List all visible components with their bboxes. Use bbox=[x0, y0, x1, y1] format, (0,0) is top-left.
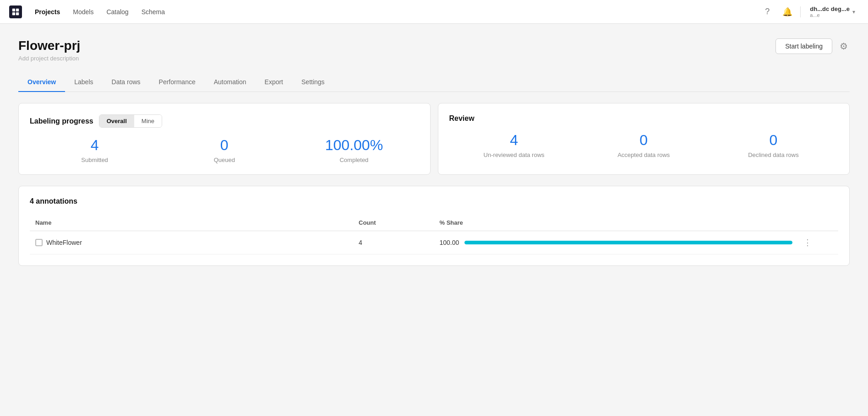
review-title: Review bbox=[449, 114, 839, 123]
review-stat-accepted: 0 Accepted data rows bbox=[579, 132, 709, 158]
lp-submitted-label: Submitted bbox=[30, 157, 159, 163]
nav-schema[interactable]: Schema bbox=[136, 5, 170, 18]
review-unreviewed-label: Un-reviewed data rows bbox=[449, 151, 579, 158]
col-header-share: % Share bbox=[434, 215, 798, 231]
review-unreviewed-value: 4 bbox=[449, 132, 579, 149]
tabs: Overview Labels Data rows Performance Au… bbox=[18, 73, 850, 92]
progress-bar-bg bbox=[464, 241, 792, 244]
project-title: Flower-prj bbox=[18, 38, 80, 53]
start-labeling-button[interactable]: Start labeling bbox=[775, 38, 832, 54]
user-sub: a...e bbox=[810, 12, 850, 18]
row-count: 4 bbox=[353, 231, 434, 254]
lp-completed-value: 100.00% bbox=[289, 137, 419, 154]
logo bbox=[9, 5, 22, 18]
project-description[interactable]: Add project description bbox=[18, 55, 80, 62]
progress-bar-fill bbox=[464, 241, 792, 244]
notification-icon[interactable]: 🔔 bbox=[780, 5, 795, 19]
tab-performance[interactable]: Performance bbox=[150, 73, 205, 92]
nav-models[interactable]: Models bbox=[67, 5, 99, 18]
review-declined-value: 0 bbox=[709, 132, 838, 149]
col-header-name: Name bbox=[30, 215, 353, 231]
svg-rect-1 bbox=[16, 8, 19, 11]
review-stat-declined: 0 Declined data rows bbox=[709, 132, 838, 158]
review-accepted-label: Accepted data rows bbox=[579, 151, 709, 158]
review-stat-unreviewed: 4 Un-reviewed data rows bbox=[449, 132, 579, 158]
settings-icon[interactable]: ⚙ bbox=[838, 39, 850, 54]
project-actions: Start labeling ⚙ bbox=[775, 38, 850, 54]
annotations-section: 4 annotations Name Count % Share WhiteFl… bbox=[18, 186, 850, 266]
cards-row: Labeling progress Overall Mine 4 Submitt… bbox=[18, 103, 850, 175]
col-header-count: Count bbox=[353, 215, 434, 231]
lp-header: Labeling progress Overall Mine bbox=[30, 114, 419, 128]
topnav: Projects Models Catalog Schema ? 🔔 dh...… bbox=[0, 0, 868, 24]
lp-stat-queued: 0 Queued bbox=[159, 137, 289, 163]
user-menu[interactable]: dh...dc deg...e a...e ▾ bbox=[806, 4, 859, 20]
lp-stat-submitted: 4 Submitted bbox=[30, 137, 159, 163]
table-row: WhiteFlower 4 100.00 ⋮ bbox=[30, 231, 838, 254]
row-name-cell: WhiteFlower bbox=[30, 231, 353, 254]
review-stats: 4 Un-reviewed data rows 0 Accepted data … bbox=[449, 132, 839, 158]
row-share-value: 100.00 bbox=[440, 239, 459, 246]
row-checkbox[interactable] bbox=[35, 239, 43, 246]
labeling-progress-card: Labeling progress Overall Mine 4 Submitt… bbox=[18, 103, 431, 175]
lp-submitted-value: 4 bbox=[30, 137, 159, 154]
annotations-title: 4 annotations bbox=[30, 197, 838, 205]
lp-completed-label: Completed bbox=[289, 157, 419, 163]
nav-links: Projects Models Catalog Schema bbox=[29, 5, 760, 18]
lp-title: Labeling progress bbox=[30, 117, 93, 125]
help-icon[interactable]: ? bbox=[760, 5, 775, 19]
review-accepted-value: 0 bbox=[579, 132, 709, 149]
tab-data-rows[interactable]: Data rows bbox=[103, 73, 150, 92]
svg-rect-3 bbox=[16, 12, 19, 15]
page-content: Flower-prj Add project description Start… bbox=[0, 24, 868, 281]
row-share-cell: 100.00 bbox=[434, 231, 798, 254]
row-more-options-icon[interactable]: ⋮ bbox=[803, 238, 812, 247]
table-header-row: Name Count % Share bbox=[30, 215, 838, 231]
tab-settings[interactable]: Settings bbox=[292, 73, 334, 92]
lp-queued-label: Queued bbox=[159, 157, 289, 163]
row-name: WhiteFlower bbox=[46, 239, 82, 246]
tab-automation[interactable]: Automation bbox=[205, 73, 256, 92]
chevron-down-icon: ▾ bbox=[852, 9, 855, 15]
annotations-table: Name Count % Share WhiteFlower 4 100.00 bbox=[30, 215, 838, 254]
user-info: dh...dc deg...e a...e bbox=[810, 5, 850, 18]
nav-catalog[interactable]: Catalog bbox=[101, 5, 134, 18]
col-header-actions bbox=[798, 215, 838, 231]
project-info: Flower-prj Add project description bbox=[18, 38, 80, 62]
lp-toggle: Overall Mine bbox=[99, 114, 162, 128]
svg-rect-2 bbox=[12, 12, 15, 15]
nav-projects[interactable]: Projects bbox=[29, 5, 66, 18]
topnav-right: ? 🔔 dh...dc deg...e a...e ▾ bbox=[760, 4, 859, 20]
review-card: Review 4 Un-reviewed data rows 0 Accepte… bbox=[438, 103, 850, 175]
nav-divider bbox=[800, 6, 801, 17]
user-name: dh...dc deg...e bbox=[810, 5, 850, 12]
tab-overview[interactable]: Overview bbox=[18, 73, 65, 92]
lp-toggle-mine[interactable]: Mine bbox=[134, 115, 162, 127]
tab-export[interactable]: Export bbox=[256, 73, 292, 92]
lp-queued-value: 0 bbox=[159, 137, 289, 154]
row-actions-cell: ⋮ bbox=[798, 231, 838, 254]
lp-stats: 4 Submitted 0 Queued 100.00% Completed bbox=[30, 137, 419, 163]
lp-stat-completed: 100.00% Completed bbox=[289, 137, 419, 163]
tab-labels[interactable]: Labels bbox=[65, 73, 102, 92]
review-declined-label: Declined data rows bbox=[709, 151, 838, 158]
project-header: Flower-prj Add project description Start… bbox=[18, 38, 850, 62]
lp-toggle-overall[interactable]: Overall bbox=[99, 115, 134, 127]
svg-rect-0 bbox=[12, 8, 15, 11]
